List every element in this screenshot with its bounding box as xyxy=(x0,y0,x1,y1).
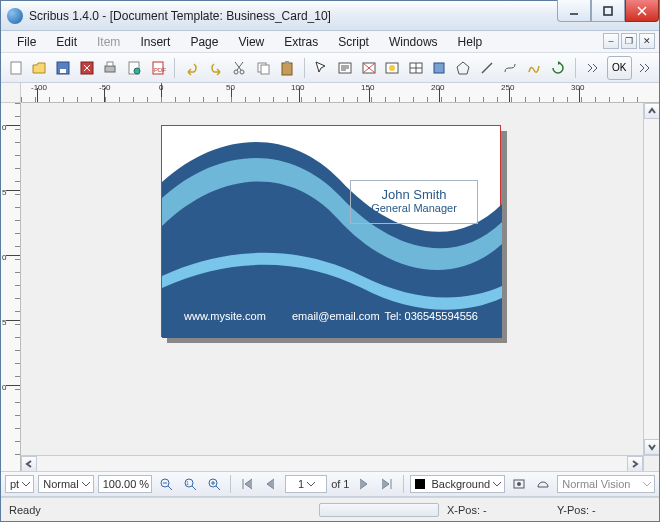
card-title: General Manager xyxy=(355,202,473,214)
svg-point-12 xyxy=(240,70,244,74)
xpos-value: - xyxy=(480,504,487,516)
layer-select[interactable]: Background xyxy=(410,475,505,493)
canvas[interactable]: John Smith General Manager www.mysite.co… xyxy=(21,103,659,471)
paste-icon[interactable] xyxy=(276,56,298,80)
svg-point-8 xyxy=(134,68,140,74)
new-doc-icon[interactable] xyxy=(5,56,27,80)
open-icon[interactable] xyxy=(29,56,51,80)
mdi-restore-button[interactable]: ❐ xyxy=(621,33,637,49)
line-icon[interactable] xyxy=(476,56,498,80)
redo-icon[interactable] xyxy=(205,56,227,80)
first-page-icon[interactable] xyxy=(237,474,257,494)
image-frame-icon[interactable] xyxy=(358,56,380,80)
text-frame-icon[interactable] xyxy=(334,56,356,80)
menu-script[interactable]: Script xyxy=(328,33,379,51)
window-title: Scribus 1.4.0 - [Document Template: Busi… xyxy=(29,9,331,23)
print-icon[interactable] xyxy=(100,56,122,80)
next-page-icon[interactable] xyxy=(353,474,373,494)
page-number-input[interactable]: 1 xyxy=(285,475,327,493)
ypos-value: - xyxy=(589,504,596,516)
menu-edit[interactable]: Edit xyxy=(46,33,87,51)
status-ready: Ready xyxy=(1,504,49,516)
zoom-input[interactable]: 100.00 % xyxy=(98,475,152,493)
bezier-icon[interactable] xyxy=(500,56,522,80)
mdi-close-button[interactable]: ✕ xyxy=(639,33,655,49)
svg-rect-22 xyxy=(434,63,444,73)
mdi-minimize-button[interactable]: – xyxy=(603,33,619,49)
progress-bar xyxy=(319,503,439,517)
preview-mode-select[interactable]: Normal xyxy=(38,475,93,493)
toolbar-separator xyxy=(575,58,576,78)
ruler-corner[interactable] xyxy=(1,83,21,103)
menu-help[interactable]: Help xyxy=(448,33,493,51)
horizontal-scrollbar[interactable] xyxy=(21,455,643,471)
menu-file[interactable]: File xyxy=(7,33,46,51)
scroll-down-icon[interactable] xyxy=(644,439,659,455)
minimize-button[interactable] xyxy=(557,0,591,22)
svg-rect-16 xyxy=(285,61,289,64)
scroll-left-icon[interactable] xyxy=(21,456,37,471)
render-frame-icon[interactable] xyxy=(381,56,403,80)
chevron-down-icon xyxy=(642,479,652,489)
polygon-icon[interactable] xyxy=(452,56,474,80)
name-text-frame[interactable]: John Smith General Manager xyxy=(350,180,478,224)
last-page-icon[interactable] xyxy=(377,474,397,494)
freehand-icon[interactable] xyxy=(523,56,545,80)
ypos-label: Y-Pos: xyxy=(557,504,589,516)
preview-toggle-icon[interactable] xyxy=(509,474,529,494)
table-icon[interactable] xyxy=(405,56,427,80)
maximize-button[interactable] xyxy=(591,0,625,22)
undo-icon[interactable] xyxy=(181,56,203,80)
chevron-down-icon xyxy=(492,479,502,489)
page-of-label: of 1 xyxy=(331,478,349,490)
ok-button[interactable]: OK xyxy=(607,56,631,80)
rotate-icon[interactable] xyxy=(547,56,569,80)
menu-page[interactable]: Page xyxy=(180,33,228,51)
menu-insert[interactable]: Insert xyxy=(130,33,180,51)
pdf-export-icon[interactable]: PDF xyxy=(147,56,169,80)
vision-mode-select[interactable]: Normal Vision xyxy=(557,475,655,493)
toolbar-separator xyxy=(174,58,175,78)
scroll-up-icon[interactable] xyxy=(644,103,659,119)
svg-rect-1 xyxy=(11,62,21,74)
titlebar[interactable]: Scribus 1.4.0 - [Document Template: Busi… xyxy=(1,1,659,31)
select-icon[interactable] xyxy=(310,56,332,80)
prev-page-icon[interactable] xyxy=(261,474,281,494)
save-icon[interactable] xyxy=(52,56,74,80)
unit-select[interactable]: pt xyxy=(5,475,34,493)
vertical-scrollbar[interactable] xyxy=(643,103,659,455)
card-phone: Tel: 036545594556 xyxy=(384,310,478,322)
ruler-vertical[interactable]: 0 5 0 5 0 xyxy=(1,103,21,471)
statusbar: Ready X-Pos: - Y-Pos: - xyxy=(1,497,659,521)
zoom-out-icon[interactable] xyxy=(156,474,176,494)
overflow2-icon[interactable] xyxy=(634,56,656,80)
svg-point-11 xyxy=(234,70,238,74)
card-website: www.mysite.com xyxy=(184,310,266,322)
menubar: File Edit Item Insert Page View Extras S… xyxy=(1,31,659,53)
preflight-icon[interactable] xyxy=(123,56,145,80)
menu-item[interactable]: Item xyxy=(87,33,130,51)
zoom-100-icon[interactable]: 1 xyxy=(180,474,200,494)
svg-text:1: 1 xyxy=(186,480,189,486)
work-area: -100 -50 0 50 100 150 200 250 300 0 5 0 … xyxy=(1,83,659,471)
copy-icon[interactable] xyxy=(252,56,274,80)
overflow-icon[interactable] xyxy=(581,56,603,80)
toolbar: PDF OK xyxy=(1,53,659,83)
shape-icon[interactable] xyxy=(429,56,451,80)
cut-icon[interactable] xyxy=(229,56,251,80)
zoom-in-icon[interactable] xyxy=(204,474,224,494)
view-controls: pt Normal 100.00 % 1 1 of 1 Background xyxy=(1,471,659,497)
scroll-track[interactable] xyxy=(644,119,659,439)
close-doc-icon[interactable] xyxy=(76,56,98,80)
ruler-horizontal[interactable]: -100 -50 0 50 100 150 200 250 300 xyxy=(21,83,659,103)
close-button[interactable] xyxy=(625,0,659,22)
menu-view[interactable]: View xyxy=(228,33,274,51)
scroll-track[interactable] xyxy=(37,456,627,471)
menu-windows[interactable]: Windows xyxy=(379,33,448,51)
layer-color-swatch xyxy=(415,479,425,489)
menu-extras[interactable]: Extras xyxy=(274,33,328,51)
cms-toggle-icon[interactable] xyxy=(533,474,553,494)
document-page[interactable]: John Smith General Manager www.mysite.co… xyxy=(161,125,501,337)
scroll-right-icon[interactable] xyxy=(627,456,643,471)
svg-rect-14 xyxy=(261,65,269,74)
